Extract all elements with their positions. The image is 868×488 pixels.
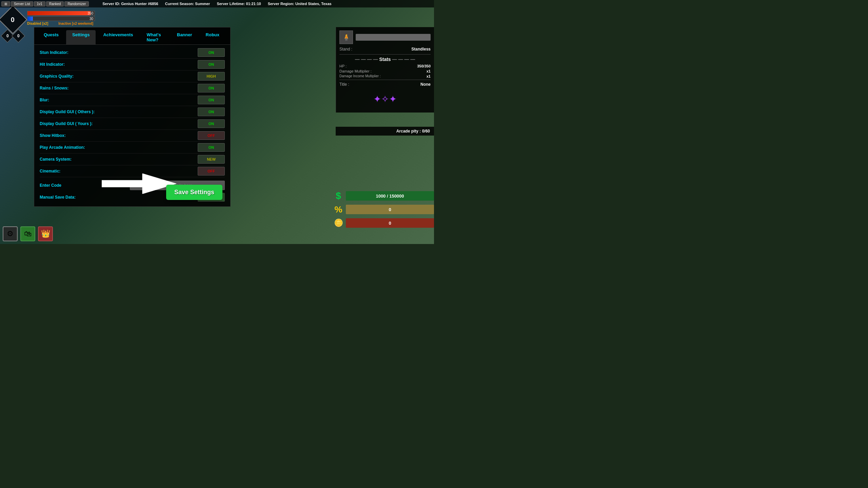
hp-stat-label: HP : <box>339 64 347 68</box>
damage-mult-row: Damage Multiplier : x1 <box>339 69 431 73</box>
currency-row-gold: $ 1000 / 150000 <box>332 190 434 202</box>
season: Current Season: Summer <box>165 2 210 6</box>
score1-value: 0 <box>6 34 9 38</box>
server-lifetime: Server Lifetime: 01:21:10 <box>217 2 261 6</box>
toggle-btn-7[interactable]: OFF <box>198 131 225 140</box>
damage-mult-value: x1 <box>427 69 431 73</box>
toggle-btn-9[interactable]: NEW <box>198 155 225 164</box>
trophy-btn[interactable]: 👑 <box>38 226 53 241</box>
tab-achievements[interactable]: Achievements <box>97 30 139 44</box>
player-header: 🧍 <box>339 30 431 44</box>
randomizer-btn[interactable]: Randomizer <box>64 1 89 6</box>
percent-bar: 0 <box>346 205 434 214</box>
1v1-btn[interactable]: 1v1 <box>34 1 45 6</box>
gold-icon: $ <box>332 190 344 202</box>
tab-banner[interactable]: Banner <box>171 30 198 44</box>
sp-bar-container: 30 <box>27 16 95 21</box>
tab-settings[interactable]: Settings <box>66 30 96 44</box>
tab-robux[interactable]: Robux <box>200 30 225 44</box>
stand-label: Stand : <box>339 47 352 52</box>
setting-label-7: Show Hitbox: <box>40 133 66 138</box>
toggle-btn-8[interactable]: ON <box>198 143 225 152</box>
coins-icon: 🪙 <box>332 217 344 229</box>
toggle-btn-10[interactable]: OFF <box>198 167 225 176</box>
sp-bar-fill <box>27 17 33 21</box>
sparkle-decoration: ✦✧✦ <box>339 89 431 109</box>
arcade-pity: Arcade pity : 0/60 <box>336 127 434 136</box>
setting-label-9: Camera System: <box>40 157 72 162</box>
toggle-btn-2[interactable]: HIGH <box>198 72 225 81</box>
tab-quests[interactable]: Quests <box>38 30 65 44</box>
score-small-2: 0 <box>12 29 25 43</box>
setting-label-4: Blur: <box>40 98 49 102</box>
tab-whats-new[interactable]: What's New? <box>141 30 170 44</box>
damage-income-value: x1 <box>427 74 431 78</box>
toggle-btn-4[interactable]: ON <box>198 96 225 104</box>
player-avatar: 🧍 <box>339 30 353 44</box>
setting-row: Graphics Quality:HIGH <box>40 70 225 82</box>
bag-btn[interactable]: 🛍 <box>20 226 35 241</box>
setting-row: Camera System:NEW <box>40 154 225 165</box>
setting-row: Hit Indicator:ON <box>40 59 225 70</box>
setting-row: Rains / Snows:ON <box>40 82 225 94</box>
setting-label-3: Rains / Snows: <box>40 86 68 90</box>
setting-label-2: Graphics Quality: <box>40 74 74 79</box>
score2-value: 0 <box>17 34 20 38</box>
damage-income-row: Damage Income Multiplier : x1 <box>339 74 431 78</box>
hud-topleft: 0 0 0 <box>3 9 23 41</box>
toggle-btn-6[interactable]: ON <box>198 119 225 128</box>
ranked-btn[interactable]: Ranked <box>46 1 64 6</box>
disabled-label: Disabled [x2] <box>27 22 48 25</box>
toggle-btn-1[interactable]: ON <box>198 60 225 69</box>
arrow-indicator <box>102 174 176 194</box>
hp-bar-container: 350 <box>27 11 95 16</box>
setting-row: Show Hitbox:OFF <box>40 130 225 142</box>
svg-marker-0 <box>102 174 176 194</box>
hp-bar-fill <box>27 11 91 15</box>
gear-btn[interactable]: ⚙ <box>3 226 18 241</box>
setting-label-0: Stun Indicator: <box>40 50 68 55</box>
title-key: Title : <box>339 82 349 87</box>
stats-title: — — — — Stats — — — — <box>339 57 431 62</box>
enter-code-label: Enter Code <box>40 183 61 188</box>
tab-bar: Quests Settings Achievements What's New?… <box>34 27 230 45</box>
setting-row: Stun Indicator:ON <box>40 47 225 59</box>
hp-bar-label: 350 <box>87 11 93 16</box>
setting-label-10: Cinematic: <box>40 169 60 174</box>
toggle-btn-0[interactable]: ON <box>198 48 225 57</box>
currency-row-percent: % 0 <box>332 203 434 216</box>
title-val: None <box>420 82 431 87</box>
nav-icon-btn[interactable]: ⊞ <box>1 1 10 6</box>
gold-bar: 1000 / 150000 <box>346 191 434 201</box>
damage-income-label: Damage Income Multiplier : <box>339 74 381 78</box>
setting-row: Display Guild GUI ( Yours ):ON <box>40 118 225 130</box>
setting-label-8: Play Arcade Animation: <box>40 145 85 150</box>
settings-body: Stun Indicator:ONHit Indicator:ONGraphic… <box>34 45 230 179</box>
stand-row: Stand : Standless <box>339 47 431 52</box>
currency-row-coins: 🪙 0 <box>332 217 434 229</box>
setting-row: Blur:ON <box>40 94 225 106</box>
hp-stat-value: 350/350 <box>417 64 431 68</box>
currency-bars: $ 1000 / 150000 % 0 🪙 0 <box>332 190 434 230</box>
main-score-value: 0 <box>11 16 15 24</box>
sp-bar-label: 30 <box>90 17 93 21</box>
setting-row: Display Guild GUI ( Others ):ON <box>40 106 225 118</box>
percent-icon: % <box>332 203 344 216</box>
bottom-toolbar: ⚙ 🛍 👑 <box>0 224 56 244</box>
setting-label-1: Hit Indicator: <box>40 62 65 67</box>
nav-buttons: ⊞ Server List 1v1 Ranked Randomizer <box>0 0 90 7</box>
inactive-label: Inactive [x2 weekend] <box>58 22 93 25</box>
setting-label-6: Display Guild GUI ( Yours ): <box>40 121 93 126</box>
save-settings-button[interactable]: Save Settings <box>166 185 222 200</box>
title-row: Title : None <box>339 82 431 87</box>
damage-mult-label: Damage Multiplier : <box>339 69 372 73</box>
coins-bar: 0 <box>346 218 434 228</box>
stand-value: Standless <box>411 47 431 52</box>
toggle-btn-5[interactable]: ON <box>198 107 225 116</box>
server-list-btn[interactable]: Server List <box>11 1 33 6</box>
player-name-bar <box>356 34 431 41</box>
setting-row: Play Arcade Animation:ON <box>40 142 225 154</box>
manual-save-label: Manual Save Data: <box>40 195 76 200</box>
toggle-btn-3[interactable]: ON <box>198 84 225 93</box>
server-region: Server Region: United States, Texas <box>268 2 332 6</box>
